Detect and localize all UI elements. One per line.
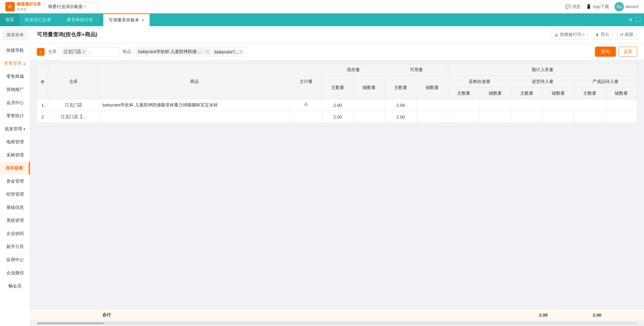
tab-controls: ✕ ⛶ <box>628 13 644 26</box>
close-tab-order[interactable]: ✕ <box>95 18 98 22</box>
table-footer: 合计 2.00 2.00 <box>30 309 644 321</box>
incoming-header: 进货待入量 <box>511 76 574 88</box>
in-sub-header: 辅数量 <box>542 88 574 99</box>
sidebar-item-retail-stats[interactable]: 零售统计 <box>0 109 30 123</box>
tab-receive-summary[interactable]: 收发存汇总表 ✕ <box>19 13 61 26</box>
horizontal-scrollbar[interactable] <box>30 321 644 326</box>
close-tab-inventory[interactable]: ✕ <box>141 18 144 22</box>
settings-col-header[interactable]: ⚙ <box>37 64 48 99</box>
stock-sub-header: 辅数量 <box>354 76 385 99</box>
sidebar-item-member-center[interactable]: 会员中心 <box>0 96 30 109</box>
product-tag-1: babycare学饮杯 儿童防摔防撞吸管杯重力球吸嘴杯宝宝水杯 ✕ <box>136 48 211 55</box>
row-product: babycare学饮杯 儿童防摔防撞吸管杯重力球吸嘴杯宝宝水杯 <box>99 99 290 111</box>
top-bar: 好 畅捷通好生意 标准版 母婴行业演示账套 ▾ 💬 消息 📱 App下载 Ea … <box>0 0 644 13</box>
sidebar-item-new-guide[interactable]: 新手引导 <box>0 240 30 253</box>
sidebar-item-marketing[interactable]: 营销推广 <box>0 83 30 96</box>
close-all-tabs-icon[interactable]: ✕ <box>628 17 633 23</box>
tab-order-stats[interactable]: 要货单统计表 ✕ <box>61 13 103 26</box>
sidebar-item-wholesale-mgmt[interactable]: 批发管理 ▾ <box>0 123 30 136</box>
setting-button[interactable]: 设置 <box>619 47 637 57</box>
main-layout: 搜索菜单 快捷导航 零售管理 ▲ 零售商城 营销推广 会员中心 零售统计 批发管… <box>0 26 644 326</box>
sidebar-item-chang-member[interactable]: 畅会员 <box>0 280 30 293</box>
user-profile[interactable]: Ea demo2 <box>614 2 639 11</box>
remove-product-tag-2[interactable]: ✕ <box>239 50 242 54</box>
warehouse-filter: 仓库 江北门店 ✕ ... <box>48 47 119 56</box>
sidebar-item-finance[interactable]: 资金管理 <box>0 175 30 188</box>
avail-main-header: 主数量 <box>385 76 417 99</box>
refresh-icon: ↺ <box>620 32 624 37</box>
row-pur-main <box>448 99 479 111</box>
warehouse-input[interactable]: 江北门店 ✕ ... <box>59 47 119 56</box>
tab-available-inventory[interactable]: 可用量库存账本 ✕ <box>103 13 150 26</box>
unit-col-header: 主计量 <box>290 64 322 99</box>
scroll-thumb[interactable] <box>37 322 104 324</box>
footer-stock-sub <box>557 313 584 318</box>
row-avail-main: 2.00 <box>385 99 417 111</box>
row-unit <box>290 111 322 123</box>
sidebar-item-retail-mall[interactable]: 零售商城 <box>0 70 30 83</box>
remove-warehouse-tag[interactable]: ✕ <box>82 50 85 54</box>
pur-sub-header: 辅数量 <box>479 88 511 99</box>
print-template-button[interactable]: 🖨 按模板打印 ▾ <box>550 30 588 40</box>
purchase-transit-header: 采购在途量 <box>448 76 511 88</box>
product-input[interactable]: babycare学饮杯 儿童防摔防撞吸管杯重力球吸嘴杯宝宝水杯 ✕ babyca… <box>133 47 247 56</box>
tab-home[interactable]: 首页 <box>0 13 19 26</box>
footer-avail-main: 2.00 <box>584 313 610 318</box>
row-pur-sub <box>479 99 511 111</box>
page-title: 可用量查询(按仓库+商品) <box>37 31 97 38</box>
top-bar-left: 好 畅捷通好生意 标准版 母婴行业演示账套 ▾ <box>5 1 98 12</box>
row-prod-main <box>574 99 605 111</box>
sidebar-item-purchase[interactable]: 采购管理 <box>0 149 30 162</box>
more-filter-btn[interactable]: ... <box>88 49 92 54</box>
sidebar-item-inventory-check[interactable]: 库存核算 <box>0 162 30 175</box>
store-selector[interactable]: 母婴行业演示账套 ▾ <box>44 2 98 11</box>
chevron-icon: ▲ <box>23 62 26 65</box>
close-tab-receive[interactable]: ✕ <box>53 18 56 22</box>
row-stock-sub <box>354 99 385 111</box>
app-icon: 📱 <box>586 4 591 9</box>
logo-area: 好 畅捷通好生意 标准版 <box>5 1 41 12</box>
export-icon: ⬇ <box>595 32 599 37</box>
export-button[interactable]: ⬇ 导出 <box>592 30 613 40</box>
pur-main-header: 主数量 <box>448 88 479 99</box>
sidebar-item-quick-nav[interactable]: 快捷导航 <box>0 44 30 57</box>
row-prod-sub <box>605 111 637 123</box>
table-row: 2 江北门店【... 2.00 2.00 <box>37 111 637 123</box>
row-prod-sub <box>605 99 637 111</box>
search-menu-button[interactable]: 搜索菜单 <box>3 30 27 40</box>
sidebar-item-app-center[interactable]: 应用中心 <box>0 253 30 267</box>
finished-goods-header: 产成品待入量 <box>574 76 637 88</box>
row-in-sub <box>542 99 574 111</box>
app-download-action[interactable]: 📱 App下载 <box>586 4 609 10</box>
table-row: 1 江北门店 babycare学饮杯 儿童防摔防撞吸管杯重力球吸嘴杯宝宝水杯 个… <box>37 99 637 111</box>
inventory-table: ⚙ 仓库 商品 主计量 现存量 可用量 预计入库量 主数量 辅数量 主数量 辅数… <box>37 64 637 123</box>
row-pur-sub <box>479 111 511 123</box>
stock-main-header: 主数量 <box>322 76 354 99</box>
sidebar-item-enterprise-collab[interactable]: 企业协同 <box>0 227 30 240</box>
prod-sub-header: 辅数量 <box>605 88 637 99</box>
page-header: 可用量查询(按仓库+商品) 🖨 按模板打印 ▾ ⬇ 导出 ↺ 刷新 <box>30 26 644 43</box>
app-logo-icon: 好 <box>5 2 15 11</box>
query-button[interactable]: 查询 <box>595 47 616 57</box>
row-unit: 个 <box>290 99 322 111</box>
expand-icon[interactable]: ⛶ <box>635 17 641 23</box>
row-product <box>99 111 290 123</box>
row-warehouse: 江北门店 <box>48 99 99 111</box>
product-filter: 商品 babycare学饮杯 儿童防摔防撞吸管杯重力球吸嘴杯宝宝水杯 ✕ bab… <box>122 47 247 56</box>
row-in-sub <box>542 111 574 123</box>
footer-avail-sub <box>610 313 637 318</box>
sidebar-item-operations[interactable]: 经营管理 <box>0 188 30 201</box>
filter-expand-button[interactable]: » <box>37 48 45 56</box>
remove-product-tag-1[interactable]: ✕ <box>206 50 209 54</box>
sidebar-item-basic-info[interactable]: 基础信息 <box>0 201 30 214</box>
table-container: ⚙ 仓库 商品 主计量 现存量 可用量 预计入库量 主数量 辅数量 主数量 辅数… <box>30 60 644 309</box>
sidebar-item-ecommerce[interactable]: 电商管理 <box>0 136 30 149</box>
refresh-button[interactable]: ↺ 刷新 <box>616 30 637 40</box>
message-action[interactable]: 💬 消息 <box>565 4 581 10</box>
nav-tabs: 首页 收发存汇总表 ✕ 要货单统计表 ✕ 可用量库存账本 ✕ ✕ ⛶ <box>0 13 644 26</box>
sidebar-item-retail-mgmt[interactable]: 零售管理 ▲ <box>0 57 30 70</box>
sidebar-item-system[interactable]: 系统管理 <box>0 214 30 227</box>
row-number: 2 <box>37 111 48 123</box>
print-icon: 🖨 <box>554 32 558 37</box>
sidebar-item-wechat-enterprise[interactable]: 企业微信 <box>0 267 30 280</box>
